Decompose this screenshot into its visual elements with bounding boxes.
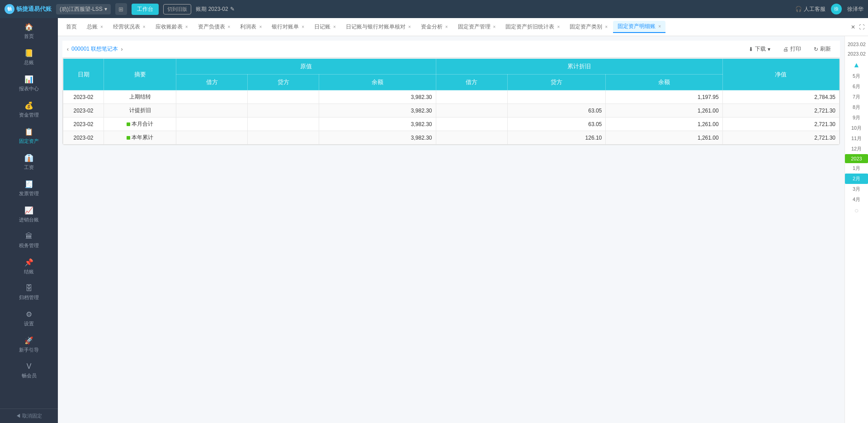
tab-fa-mgmt[interactable]: 固定资产管理× bbox=[453, 21, 500, 33]
download-icon: ⬇ bbox=[749, 46, 753, 52]
sidebar-item-capital[interactable]: 💰 资金管理 bbox=[0, 97, 58, 123]
scroll-down-button[interactable]: ○ bbox=[853, 205, 861, 216]
tab-home-label: 首页 bbox=[66, 23, 77, 31]
tab-receivable-close[interactable]: × bbox=[185, 24, 188, 29]
sidebar-label-guide: 新手引导 bbox=[19, 347, 39, 353]
sidebar-item-close[interactable]: 📌 结账 bbox=[0, 254, 58, 280]
home-icon: 🏠 bbox=[24, 23, 33, 31]
tab-journal-close[interactable]: × bbox=[333, 24, 336, 29]
sidebar-collapse-button[interactable]: ◀ 取消固定 bbox=[0, 409, 58, 423]
tab-actions: ✕ ⛶ bbox=[851, 24, 864, 30]
tab-profit[interactable]: 利润表× bbox=[236, 21, 266, 33]
tab-fa-detail[interactable]: 固定资产明细账× bbox=[613, 21, 665, 33]
right-year-label-top: 2023.02 bbox=[847, 40, 866, 49]
tab-journal[interactable]: 日记账× bbox=[310, 21, 340, 33]
breadcrumb-prev-icon[interactable]: ‹ bbox=[67, 46, 69, 52]
sidebar-item-reports[interactable]: 📊 报表中心 bbox=[0, 70, 58, 97]
sidebar-item-archive[interactable]: 🗄 归档管理 bbox=[0, 280, 58, 306]
tab-close-all-button[interactable]: ✕ bbox=[851, 24, 855, 30]
right-month-2[interactable]: 2月 bbox=[845, 174, 868, 184]
breadcrumb-item[interactable]: 000001 联想笔记本 bbox=[71, 45, 118, 53]
print-button[interactable]: 🖨 打印 bbox=[778, 43, 806, 55]
sidebar-item-fixed-assets[interactable]: 📋 固定资产 bbox=[0, 123, 58, 149]
right-month-8[interactable]: 8月 bbox=[845, 102, 868, 113]
workbench-button[interactable]: 工作台 bbox=[132, 4, 159, 15]
print-label: 打印 bbox=[790, 45, 801, 53]
sidebar-item-home[interactable]: 🏠 首页 bbox=[0, 18, 58, 44]
tab-capital-close[interactable]: × bbox=[445, 24, 448, 29]
tab-biz-close[interactable]: × bbox=[143, 24, 146, 29]
sidebar-item-vip[interactable]: V 畅会员 bbox=[0, 358, 58, 384]
right-month-9[interactable]: 9月 bbox=[845, 113, 868, 123]
tab-bank-close[interactable]: × bbox=[302, 24, 304, 29]
table-cell bbox=[248, 118, 319, 131]
table-cell: 2,721.30 bbox=[722, 118, 839, 131]
scroll-up-button[interactable]: ▲ bbox=[851, 59, 862, 71]
print-icon: 🖨 bbox=[783, 46, 788, 52]
right-month-10[interactable]: 10月 bbox=[845, 123, 868, 133]
refresh-button[interactable]: ↻ 刷新 bbox=[809, 43, 835, 55]
sidebar-label-tax: 税务管理 bbox=[19, 242, 39, 249]
right-month-1[interactable]: 1月 bbox=[845, 163, 868, 174]
period-value: 2023-02 bbox=[208, 6, 228, 12]
sidebar-label-settings: 设置 bbox=[24, 320, 34, 327]
right-month-11[interactable]: 11月 bbox=[845, 133, 868, 144]
sidebar-item-sales[interactable]: 📈 进销台账 bbox=[0, 202, 58, 228]
copy-button[interactable]: ⊞ bbox=[115, 3, 127, 15]
sidebar-item-ledger[interactable]: 📒 总账 bbox=[0, 44, 58, 70]
company-name: (劝)江西服望-LSS bbox=[60, 5, 103, 13]
tab-profit-close[interactable]: × bbox=[259, 24, 262, 29]
sidebar-item-tax[interactable]: 🏛 税务管理 bbox=[0, 228, 58, 254]
tab-ledger[interactable]: 总账× bbox=[82, 21, 108, 33]
app-container: 畅 畅捷通易代账 (劝)江西服望-LSS ▾ ⊞ 工作台 切到旧版 账期 202… bbox=[0, 0, 868, 423]
right-month-6[interactable]: 6月 bbox=[845, 81, 868, 92]
fixed-assets-detail-table: 日期 摘要 原值 累计折旧 净值 借方 贷方 余额 bbox=[62, 58, 840, 145]
refresh-icon: ↻ bbox=[814, 46, 818, 52]
tab-reconcile[interactable]: 日记账与银行对账单核对× bbox=[341, 21, 415, 33]
edit-period-icon[interactable]: ✎ bbox=[230, 6, 235, 12]
tab-expand-button[interactable]: ⛶ bbox=[859, 24, 864, 30]
tab-fa-depreciation[interactable]: 固定资产折旧统计表× bbox=[501, 21, 564, 33]
tab-bank-statement[interactable]: 银行对账单× bbox=[267, 21, 309, 33]
tab-fa-cat-close[interactable]: × bbox=[605, 24, 608, 29]
table-cell: 2,721.30 bbox=[722, 104, 839, 118]
table-cell bbox=[436, 131, 507, 145]
download-button[interactable]: ⬇ 下载 ▾ bbox=[744, 43, 775, 55]
right-year-2023-tag: 2023 bbox=[845, 154, 868, 163]
tab-fa-category[interactable]: 固定资产类别× bbox=[565, 21, 612, 33]
tab-capital-analysis[interactable]: 资金分析× bbox=[416, 21, 453, 33]
old-version-button[interactable]: 切到旧版 bbox=[163, 4, 191, 14]
table-cell bbox=[436, 104, 507, 118]
table-cell: 2,721.30 bbox=[722, 131, 839, 145]
sidebar-item-salary[interactable]: 👔 工资 bbox=[0, 149, 58, 175]
table-cell: 3,982.30 bbox=[319, 90, 436, 104]
sidebar-label-close: 结账 bbox=[24, 268, 34, 275]
right-month-7[interactable]: 7月 bbox=[845, 92, 868, 102]
tab-fa-mgmt-close[interactable]: × bbox=[493, 24, 496, 29]
tab-biz-status[interactable]: 经营状况表× bbox=[108, 21, 150, 33]
breadcrumb-next-icon[interactable]: › bbox=[121, 46, 123, 52]
sidebar-item-settings[interactable]: ⚙ 设置 bbox=[0, 306, 58, 332]
sidebar-item-guide[interactable]: 🚀 新手引导 bbox=[0, 332, 58, 358]
right-month-3[interactable]: 3月 bbox=[845, 184, 868, 194]
user-service-button[interactable]: 🎧 人工客服 bbox=[795, 5, 826, 13]
table-cell: 63.05 bbox=[507, 104, 606, 118]
main-panel: ‹ 000001 联想笔记本 › ⬇ 下载 ▾ 🖨 bbox=[58, 36, 844, 423]
tab-balance-close[interactable]: × bbox=[228, 24, 231, 29]
tab-home[interactable]: 首页 bbox=[61, 21, 81, 33]
company-selector[interactable]: (劝)江西服望-LSS ▾ bbox=[56, 4, 111, 14]
table-cell bbox=[248, 131, 319, 145]
right-month-12[interactable]: 12月 bbox=[845, 144, 868, 154]
tab-reconcile-close[interactable]: × bbox=[408, 24, 411, 29]
sidebar-item-invoice[interactable]: 🧾 发票管理 bbox=[0, 175, 58, 202]
right-month-5[interactable]: 5月 bbox=[845, 71, 868, 81]
tab-ledger-close[interactable]: × bbox=[100, 24, 103, 29]
table-cell bbox=[248, 104, 319, 118]
tab-fa-detail-close[interactable]: × bbox=[658, 24, 661, 29]
table-cell: 1,261.00 bbox=[606, 104, 722, 118]
tab-balance[interactable]: 资产负债表× bbox=[193, 21, 235, 33]
tab-fa-dep-close[interactable]: × bbox=[557, 24, 560, 29]
tab-receivable[interactable]: 应收账龄表× bbox=[151, 21, 193, 33]
table-cell bbox=[436, 90, 507, 104]
right-month-4[interactable]: 4月 bbox=[845, 194, 868, 205]
